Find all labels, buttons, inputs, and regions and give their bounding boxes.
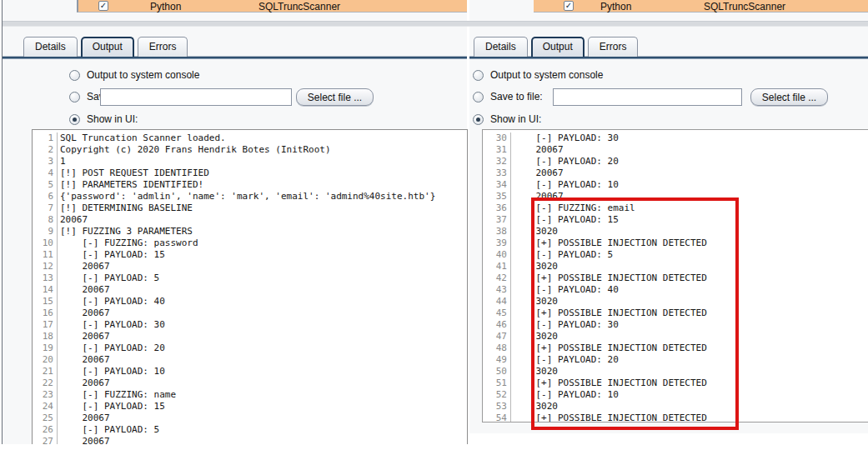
console-line: 17 [-] PAYLOAD: 30 xyxy=(33,319,467,331)
radio-output-console-label: Output to system console xyxy=(490,69,603,81)
line-text: [-] FUZZING: email xyxy=(511,202,635,214)
console-line: 27 20067 xyxy=(33,436,467,444)
line-number: 26 xyxy=(33,424,58,436)
line-text: 20067 xyxy=(58,214,88,226)
line-text: 3020 xyxy=(511,366,558,378)
console-line: 49 [-] PAYLOAD: 20 xyxy=(483,354,868,366)
line-number: 18 xyxy=(33,331,58,342)
line-text: [+] POSSIBLE INJECTION DETECTED xyxy=(511,272,707,284)
line-text: 20067 xyxy=(58,412,110,424)
select-file-button[interactable]: Select file ... xyxy=(296,88,374,106)
console-line: 1SQL Truncation Scanner loaded. xyxy=(33,132,467,144)
line-text: [-] PAYLOAD: 30 xyxy=(58,319,165,331)
line-number: 43 xyxy=(483,284,511,296)
line-text: [-] PAYLOAD: 20 xyxy=(511,354,619,366)
radio-save-to-file-label: Save to file: xyxy=(490,91,543,102)
radio-output-console[interactable] xyxy=(69,70,80,81)
line-number: 32 xyxy=(483,156,511,168)
tab-output[interactable]: Output xyxy=(81,37,134,57)
radio-show-in-ui-label: Show in UI: xyxy=(87,113,138,125)
line-text: 1 xyxy=(58,156,66,168)
option-output-console: Output to system console xyxy=(69,68,199,82)
console-line: 31 20067 xyxy=(483,144,868,156)
option-show-in-ui: Show in UI: xyxy=(69,112,138,126)
console-line: 12 20067 xyxy=(33,261,467,272)
separator-band xyxy=(467,21,868,27)
line-number: 39 xyxy=(483,238,511,249)
save-file-path-input[interactable] xyxy=(553,88,742,106)
extension-loaded-checkbox[interactable]: ✓ xyxy=(98,1,108,11)
line-number: 14 xyxy=(33,284,58,296)
extension-row[interactable]: ✓ Python SQLTruncScanner xyxy=(534,0,868,12)
line-text: [!] POST REQUEST IDENTIFIED xyxy=(58,168,209,179)
line-text: [+] POSSIBLE INJECTION DETECTED xyxy=(511,412,707,422)
option-save-to-file: Save to file: xyxy=(473,90,543,103)
line-text: [-] PAYLOAD: 5 xyxy=(511,249,613,261)
extension-row[interactable]: ✓ Python SQLTruncScanner xyxy=(77,0,467,12)
extension-loaded-checkbox[interactable]: ✓ xyxy=(564,1,574,11)
console-line: 51 [+] POSSIBLE INJECTION DETECTED xyxy=(483,378,868,389)
radio-save-to-file[interactable] xyxy=(69,92,80,102)
line-text: 20067 xyxy=(58,261,110,272)
line-number: 9 xyxy=(33,226,58,238)
save-file-path-input[interactable] xyxy=(100,88,292,106)
console-line: 26 [-] PAYLOAD: 5 xyxy=(33,424,467,436)
line-number: 20 xyxy=(33,354,58,366)
line-number: 40 xyxy=(483,249,511,261)
console-line: 41 3020 xyxy=(483,261,868,272)
line-number: 36 xyxy=(483,202,511,214)
tab-output[interactable]: Output xyxy=(531,37,585,57)
console-line: 11 [-] PAYLOAD: 15 xyxy=(33,249,467,261)
line-text: [-] PAYLOAD: 15 xyxy=(58,401,165,412)
output-console-view[interactable]: 1SQL Truncation Scanner loaded.2Copyrigh… xyxy=(32,129,468,444)
console-line: 9[!] FUZZING 3 PARAMETERS xyxy=(33,226,467,238)
line-number: 16 xyxy=(33,308,58,319)
line-text: 3020 xyxy=(511,401,558,412)
console-line: 48 [+] POSSIBLE INJECTION DETECTED xyxy=(483,342,868,354)
console-line: 38 3020 xyxy=(483,226,868,238)
line-number: 42 xyxy=(483,272,511,284)
tab-errors[interactable]: Errors xyxy=(138,37,188,57)
console-line: 42 [+] POSSIBLE INJECTION DETECTED xyxy=(483,272,868,284)
radio-output-console[interactable] xyxy=(473,70,484,81)
extension-type-label: Python xyxy=(150,1,181,12)
console-line: 5[!] PARAMETERS IDENTIFIED! xyxy=(33,179,467,191)
line-text: 20067 xyxy=(511,191,564,202)
console-line: 2Copyright (c) 2020 Frans Hendrik Botes … xyxy=(33,144,467,156)
line-text: [-] PAYLOAD: 20 xyxy=(511,156,619,168)
line-number: 50 xyxy=(483,366,511,378)
line-text: [!] DETERMINING BASELINE xyxy=(58,202,193,214)
line-number: 19 xyxy=(33,342,58,354)
console-line: 4[!] POST REQUEST IDENTIFIED xyxy=(33,168,467,179)
tab-details[interactable]: Details xyxy=(23,37,78,57)
radio-save-to-file[interactable] xyxy=(473,92,484,102)
line-text: [+] POSSIBLE INJECTION DETECTED xyxy=(511,238,707,249)
line-text: 20067 xyxy=(58,308,110,319)
line-number: 54 xyxy=(483,412,511,422)
line-text: 3020 xyxy=(511,261,558,272)
line-text: [-] PAYLOAD: 30 xyxy=(511,319,619,331)
line-text: 3020 xyxy=(511,296,558,308)
line-number: 12 xyxy=(33,261,58,272)
tab-details[interactable]: Details xyxy=(474,37,528,57)
line-text: 20067 xyxy=(511,168,564,179)
line-number: 44 xyxy=(483,296,511,308)
line-number: 47 xyxy=(483,331,511,342)
console-line: 20 20067 xyxy=(33,354,467,366)
line-number: 17 xyxy=(33,319,58,331)
select-file-button[interactable]: Select file ... xyxy=(750,88,828,106)
console-line: 31 xyxy=(33,156,467,168)
radio-show-in-ui[interactable] xyxy=(69,114,80,125)
line-text: [-] PAYLOAD: 15 xyxy=(511,214,619,226)
line-number: 8 xyxy=(33,214,58,226)
line-number: 49 xyxy=(483,354,511,366)
line-number: 27 xyxy=(33,436,58,444)
output-console-view[interactable]: 30 [-] PAYLOAD: 3031 2006732 [-] PAYLOAD… xyxy=(482,129,868,422)
console-line: 21 [-] PAYLOAD: 10 xyxy=(33,366,467,378)
radio-show-in-ui[interactable] xyxy=(473,114,484,125)
tab-underline-shadow xyxy=(3,58,467,59)
tab-errors[interactable]: Errors xyxy=(588,37,639,57)
line-number: 11 xyxy=(33,249,58,261)
line-number: 15 xyxy=(33,296,58,308)
line-text: Copyright (c) 2020 Frans Hendrik Botes (… xyxy=(58,144,331,156)
